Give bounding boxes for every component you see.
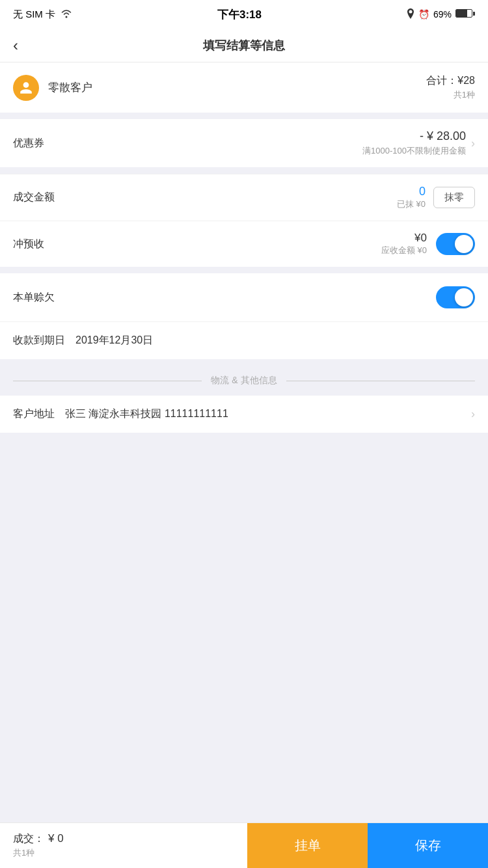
customer-summary: 合计：¥28 共1种 <box>426 74 475 101</box>
logistics-label: 物流 & 其他信息 <box>211 375 277 387</box>
deal-section: 成交金额 0 已抹 ¥0 抹零 冲预收 ¥0 应收金额 ¥0 <box>0 174 488 267</box>
alarm-icon: ⏰ <box>418 9 429 20</box>
round-down-button[interactable]: 抹零 <box>433 187 475 208</box>
address-label: 客户地址 <box>13 407 55 421</box>
prepay-label: 冲预收 <box>13 237 44 251</box>
deal-sub: 已抹 ¥0 <box>397 198 426 210</box>
status-left: 无 SIM 卡 <box>13 8 72 21</box>
wifi-icon <box>61 9 72 20</box>
debt-toggle-knob <box>455 288 473 306</box>
coupon-sub: 满1000-100不限制使用金额 <box>362 145 466 157</box>
due-date-label: 收款到期日 <box>13 334 65 347</box>
coupon-right: - ¥ 28.00 满1000-100不限制使用金额 › <box>362 129 475 157</box>
debt-toggle[interactable] <box>436 286 475 308</box>
debt-row: 本单赊欠 <box>0 273 488 321</box>
back-button[interactable]: ‹ <box>13 36 18 55</box>
customer-total: 合计：¥28 <box>426 74 475 88</box>
location-icon <box>407 8 414 21</box>
customer-row: 零散客户 合计：¥28 共1种 <box>0 62 488 113</box>
address-row[interactable]: 客户地址 张三 海淀永丰科技园 11111111111 › <box>0 396 488 433</box>
deal-value: 0 <box>397 185 426 198</box>
deal-amount-row: 成交金额 0 已抹 ¥0 抹零 <box>0 174 488 221</box>
due-date-row: 收款到期日 2019年12月30日 <box>0 321 488 359</box>
logistics-header: 物流 & 其他信息 <box>0 366 488 396</box>
coupon-row[interactable]: 优惠券 - ¥ 28.00 满1000-100不限制使用金额 › <box>0 119 488 167</box>
bottom-info: 成交： ¥ 0 共1种 <box>0 832 247 859</box>
debt-label: 本单赊欠 <box>13 291 55 305</box>
empty-space <box>0 439 488 569</box>
status-right: ⏰ 69% <box>407 8 475 21</box>
customer-name: 零散客户 <box>48 80 92 95</box>
save-button[interactable]: 保存 <box>368 823 488 869</box>
coupon-label: 优惠券 <box>13 137 44 150</box>
prepay-amount: ¥0 <box>381 232 427 245</box>
customer-section: 零散客户 合计：¥28 共1种 <box>0 62 488 113</box>
address-value: 张三 海淀永丰科技园 11111111111 <box>65 407 471 421</box>
address-chevron-icon: › <box>471 407 475 421</box>
coupon-chevron-icon: › <box>471 137 475 150</box>
customer-count: 共1种 <box>426 89 475 101</box>
logistics-line-left <box>13 381 202 381</box>
deal-value-block: 0 已抹 ¥0 <box>397 185 426 210</box>
debt-section: 本单赊欠 收款到期日 2019年12月30日 <box>0 273 488 359</box>
nav-title: 填写结算等信息 <box>203 38 285 53</box>
logistics-line-right <box>286 381 475 381</box>
customer-left: 零散客户 <box>13 75 92 101</box>
hang-button[interactable]: 挂单 <box>247 823 368 869</box>
customer-avatar <box>13 75 39 101</box>
bottom-deal-amount: ¥ 0 <box>48 832 64 845</box>
coupon-value-block: - ¥ 28.00 满1000-100不限制使用金额 <box>362 129 466 157</box>
carrier-label: 无 SIM 卡 <box>13 8 55 21</box>
prepay-sub: 应收金额 ¥0 <box>381 245 427 256</box>
coupon-value: - ¥ 28.00 <box>362 129 466 143</box>
due-date-value: 2019年12月30日 <box>75 334 153 347</box>
battery-icon <box>455 9 475 20</box>
prepay-row: 冲预收 ¥0 应收金额 ¥0 <box>0 221 488 267</box>
bottom-bar: 成交： ¥ 0 共1种 挂单 保存 <box>0 822 488 868</box>
prepay-toggle-knob <box>455 235 473 253</box>
nav-bar: ‹ 填写结算等信息 <box>0 29 488 62</box>
logistics-divider: 物流 & 其他信息 <box>0 366 488 396</box>
address-section: 客户地址 张三 海淀永丰科技园 11111111111 › <box>0 396 488 433</box>
prepay-value-block: ¥0 应收金额 ¥0 <box>381 232 427 256</box>
deal-label: 成交金额 <box>13 191 55 204</box>
status-bar: 无 SIM 卡 下午3:18 ⏰ 69% <box>0 0 488 29</box>
deal-amount-value: 0 <box>419 185 426 198</box>
coupon-section: 优惠券 - ¥ 28.00 满1000-100不限制使用金额 › <box>0 119 488 167</box>
battery-label: 69% <box>433 9 452 20</box>
bottom-deal-label: 成交： <box>13 832 44 846</box>
prepay-right: ¥0 应收金额 ¥0 <box>381 232 475 256</box>
prepay-toggle[interactable] <box>436 233 475 255</box>
bottom-count: 共1种 <box>13 847 234 859</box>
bottom-deal-row: 成交： ¥ 0 <box>13 832 234 846</box>
status-time: 下午3:18 <box>217 7 262 22</box>
deal-amount-right: 0 已抹 ¥0 抹零 <box>397 185 475 210</box>
